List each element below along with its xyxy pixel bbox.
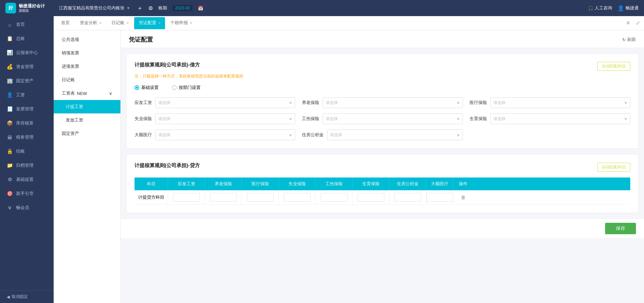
service-button[interactable]: 🎧 人工咨询: [588, 5, 612, 11]
save-button[interactable]: 保存: [605, 223, 636, 234]
select-injury[interactable]: 请选择 ∨: [323, 113, 463, 124]
sidebar-item-assets[interactable]: 🏢 固定资产: [0, 74, 54, 88]
label-housing-fund: 住房公积金: [302, 132, 324, 138]
tab-home[interactable]: 首页: [56, 17, 74, 29]
left-nav-calc-salary[interactable]: 计提工资: [54, 100, 120, 113]
delete-icon[interactable]: 🗑: [461, 195, 466, 200]
sidebar-item-home[interactable]: ⌂ 首页: [0, 17, 54, 32]
sidebar: ⌂ 首页 📋 总账 📊 云报表中心 💰 资金管理 🏢 固定资产 👤 工资 🧾 发…: [0, 16, 54, 303]
sidebar-item-tax[interactable]: 🏛 税务管理: [0, 130, 54, 144]
select-large-medical[interactable]: 请选择 ∨: [155, 130, 295, 140]
period-value[interactable]: 2023-03: [172, 5, 193, 11]
cell-housing-fund: [389, 190, 426, 204]
left-nav-pay-salary[interactable]: 发放工资: [54, 113, 120, 127]
sidebar-item-archive[interactable]: 📁 归档管理: [0, 158, 54, 172]
radio-dept-label: 按部门设置: [179, 85, 201, 91]
left-nav-public[interactable]: 公共选项: [54, 33, 120, 46]
left-nav-purchase-invoice[interactable]: 进项发票: [54, 60, 120, 73]
header-large-medical: 大额医疗: [426, 178, 453, 190]
tab-expand-icon[interactable]: ⤢: [634, 18, 641, 28]
left-nav-pay-salary-label: 发放工资: [66, 117, 83, 123]
left-nav-salary-table[interactable]: 工资表 NEW ∨: [54, 87, 120, 100]
sidebar-item-invoice[interactable]: 🧾 发票管理: [0, 102, 54, 116]
sidebar-item-close[interactable]: 🔒 结账: [0, 144, 54, 158]
sidebar-label-reports: 云报表中心: [16, 50, 38, 56]
input-credit-medical[interactable]: [247, 193, 274, 202]
chevron-down-icon-4: ∨: [289, 116, 292, 121]
tab-tax[interactable]: 个税申报 ×: [166, 17, 197, 29]
radio-dept[interactable]: 按部门设置: [172, 85, 201, 91]
credit-auto-match-button[interactable]: 自动匹配科目: [597, 163, 630, 172]
tab-tax-close[interactable]: ×: [190, 21, 192, 25]
archive-icon: 📁: [7, 162, 13, 168]
user-name: 畅捷通: [626, 5, 639, 11]
sidebar-item-settings[interactable]: ⚙ 基础设置: [0, 172, 54, 187]
debit-section-title: 计提核算规则(公司承担)-借方: [135, 62, 200, 68]
select-basic-salary[interactable]: 请选择 ∨: [155, 97, 295, 108]
input-credit-housing-fund[interactable]: [394, 193, 421, 202]
settings-icon[interactable]: ⚙: [148, 5, 153, 11]
user-menu[interactable]: 👤 畅捷通: [618, 5, 639, 11]
input-credit-basic-salary[interactable]: [173, 193, 200, 202]
tab-journal[interactable]: 日记账 ×: [107, 17, 133, 29]
credit-table: 科目 应发工资 养老保险 医疗保险 失业保险 工伤保险 生育保险 住房公积金 大…: [135, 178, 630, 205]
ledger-icon: 📋: [7, 36, 13, 42]
sidebar-label-close: 结账: [16, 148, 25, 154]
left-nav-fixed-assets[interactable]: 固定资产: [54, 127, 120, 140]
radio-basic-label: 基础设置: [141, 85, 159, 91]
form-row-basic-salary: 应发工资 请选择 ∨: [135, 97, 295, 108]
cancel-pin-label: 取消固定: [12, 294, 28, 300]
sidebar-item-vip[interactable]: V 畅会员: [0, 201, 54, 215]
sidebar-item-capital[interactable]: 💰 资金管理: [0, 60, 54, 74]
input-credit-injury[interactable]: [321, 193, 347, 202]
home-icon: ⌂: [7, 22, 13, 28]
tax-icon: 🏛: [7, 135, 13, 140]
tab-close-icon[interactable]: ✕: [625, 18, 632, 28]
tab-journal-close[interactable]: ×: [126, 21, 128, 25]
input-credit-unemployment[interactable]: [284, 193, 311, 202]
table-header-row: 科目 应发工资 养老保险 医疗保险 失业保险 工伤保险 生育保险 住房公积金 大…: [135, 178, 630, 190]
tab-home-label: 首页: [61, 20, 70, 26]
header-pension: 养老保险: [205, 178, 242, 190]
select-maternity[interactable]: 请选择 ∨: [490, 113, 630, 124]
sidebar-item-salary[interactable]: 👤 工资: [0, 88, 54, 102]
input-credit-maternity[interactable]: [358, 193, 384, 202]
add-icon[interactable]: ＋: [137, 4, 143, 12]
tab-capital[interactable]: 资金分析 ×: [75, 17, 106, 29]
service-label: 人工咨询: [595, 5, 612, 11]
company-selector[interactable]: 江西服宝精品有限责任公司内账张 ▼: [59, 5, 130, 11]
left-nav-sales-invoice[interactable]: 销项发票: [54, 46, 120, 60]
refresh-icon: ↻: [622, 37, 626, 42]
cell-action[interactable]: 🗑: [453, 190, 473, 204]
select-unemployment[interactable]: 请选择 ∨: [155, 113, 295, 124]
refresh-button[interactable]: ↻ 刷新: [622, 37, 636, 43]
left-nav-journal[interactable]: 日记账: [54, 73, 120, 87]
sidebar-item-reports[interactable]: 📊 云报表中心: [0, 46, 54, 60]
form-row-housing-fund: 住房公积金 请选择 ∨: [302, 130, 463, 140]
header-medical: 医疗保险: [242, 178, 279, 190]
sidebar-item-guide[interactable]: 🎯 新手引导: [0, 187, 54, 201]
header-housing-fund: 住房公积金: [389, 178, 426, 190]
sidebar-item-inventory[interactable]: 📦 库存核算: [0, 116, 54, 130]
sidebar-item-ledger[interactable]: 📋 总账: [0, 32, 54, 46]
page-header: 凭证配置 ↻ 刷新: [121, 30, 644, 48]
input-credit-large-medical[interactable]: [426, 193, 453, 202]
select-pension[interactable]: 请选择 ∨: [323, 97, 463, 108]
debit-rules-section: 计提核算规则(公司承担)-借方 自动匹配科目 注：只能选择一种方式，系统将按照您…: [126, 53, 639, 149]
debit-auto-match-button[interactable]: 自动匹配科目: [597, 62, 630, 71]
input-credit-pension[interactable]: [210, 193, 237, 202]
radio-basic[interactable]: 基础设置: [135, 85, 159, 91]
tab-voucher[interactable]: 凭证配置 ×: [134, 17, 165, 29]
calendar-icon[interactable]: 📅: [198, 6, 203, 11]
select-housing-fund[interactable]: 请选择 ∨: [327, 130, 463, 140]
select-medical-placeholder: 请选择: [493, 100, 505, 106]
tab-capital-close[interactable]: ×: [99, 21, 101, 25]
tab-voucher-close[interactable]: ×: [158, 21, 160, 25]
select-large-medical-placeholder: 请选择: [158, 132, 170, 138]
close-book-icon: 🔒: [7, 148, 13, 154]
chevron-down-icon-3: ∨: [624, 100, 627, 105]
select-medical[interactable]: 请选择 ∨: [490, 97, 630, 108]
cancel-pin-button[interactable]: ◀ 取消固定: [0, 290, 54, 303]
cell-subject-label: 计提贷方科目: [135, 190, 168, 204]
period-label: 账期: [158, 5, 167, 11]
